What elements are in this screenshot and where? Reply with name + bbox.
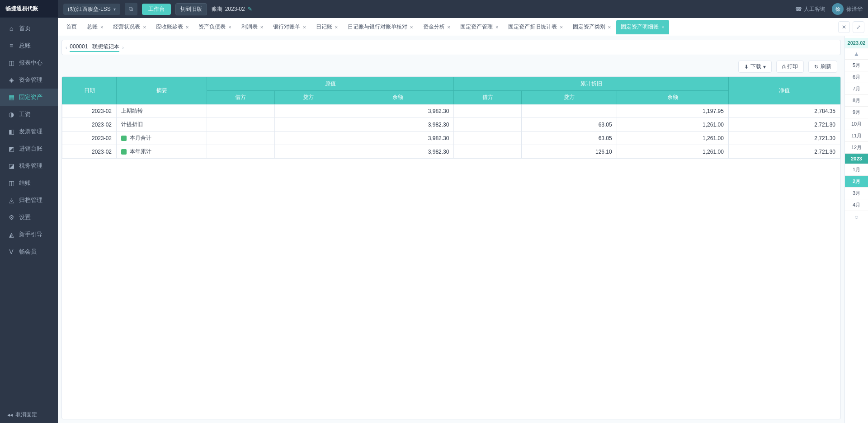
period-edit-icon[interactable]: ✎: [248, 6, 252, 12]
date-nav-month-5[interactable]: 5月: [845, 60, 868, 71]
assets-icon: ▦: [7, 94, 15, 101]
sidebar-item-archive[interactable]: ◬ 归档管理: [0, 192, 58, 209]
tab-asset-mgmt-close-icon[interactable]: ×: [495, 24, 498, 30]
tab-fund-analysis[interactable]: 资金分析 ×: [419, 20, 455, 34]
period-value: 2023-02: [225, 6, 245, 12]
company-selector[interactable]: (劝)江西服垒-LSS ▾: [63, 4, 120, 15]
tab-bar: 首页 总账 × 经营状况表 × 应收账龄表 × 资产负债表 × 利润表 × 银行…: [58, 18, 868, 36]
tab-ledger[interactable]: 总账 ×: [82, 20, 108, 34]
tab-receivable[interactable]: 应收账龄表 ×: [151, 20, 193, 34]
tab-receivable-close-icon[interactable]: ×: [186, 24, 189, 30]
sidebar-item-guide[interactable]: ◭ 新手引导: [0, 226, 58, 243]
sidebar-item-assets[interactable]: ▦ 固定资产: [0, 89, 58, 106]
tab-biz-status[interactable]: 经营状况表 ×: [108, 20, 150, 34]
cell-depr-balance-0: 1,197.95: [617, 104, 728, 118]
user-name: 徐泽华: [846, 5, 863, 13]
switch-old-button[interactable]: 切到旧版: [175, 3, 207, 15]
tab-balance[interactable]: 资产负债表 ×: [194, 20, 236, 34]
col-header-depr-debit: 借方: [454, 91, 522, 104]
tab-profit[interactable]: 利润表 ×: [237, 20, 268, 34]
tab-biz-close-icon[interactable]: ×: [143, 24, 146, 30]
sidebar-item-sales[interactable]: ◩ 进销台账: [0, 140, 58, 157]
tab-asset-detail[interactable]: 固定资产明细账 ×: [616, 20, 669, 34]
date-nav-month-7[interactable]: 7月: [845, 83, 868, 95]
date-nav-month-2-active[interactable]: 2月: [845, 176, 868, 188]
date-nav-up-btn[interactable]: ▲: [845, 48, 868, 60]
date-nav-month-1[interactable]: 1月: [845, 164, 868, 176]
download-button[interactable]: ⬇ 下载 ▾: [738, 61, 772, 73]
tab-close-all-icon[interactable]: ✕: [838, 21, 850, 33]
tab-ledger-close-icon[interactable]: ×: [100, 24, 103, 30]
sidebar-label-vip: 畅会员: [19, 248, 37, 256]
service-btn[interactable]: ☎ 人工客询: [795, 5, 826, 13]
tab-maximize-icon[interactable]: ⤢: [853, 21, 864, 33]
sidebar-item-vip[interactable]: V 畅会员: [0, 243, 58, 260]
date-nav-month-12[interactable]: 12月: [845, 142, 868, 154]
cell-depr-balance-2: 1,261.00: [617, 132, 728, 145]
tab-balance-close-icon[interactable]: ×: [228, 24, 231, 30]
cell-orig-balance-0: 3,982.30: [342, 104, 454, 118]
work-center-button[interactable]: 工作台: [142, 4, 171, 15]
tab-journal-bank-close-icon[interactable]: ×: [410, 24, 413, 30]
breadcrumb-forward-icon[interactable]: ›: [122, 45, 123, 50]
sidebar-nav: ⌂ 首页 ≡ 总账 ◫ 报表中心 ◈ 资金管理 ▦ 固定资产 ◑ 工资 ◧ 发票…: [0, 18, 58, 406]
date-nav-month-4[interactable]: 4月: [845, 199, 868, 211]
tab-asset-type[interactable]: 固定资产类别 ×: [568, 20, 615, 34]
tab-fund-analysis-close-icon[interactable]: ×: [448, 24, 450, 30]
date-nav-month-9[interactable]: 9月: [845, 107, 868, 118]
copy-icon-btn[interactable]: ⧉: [125, 3, 137, 15]
sidebar-item-settings[interactable]: ⚙ 设置: [0, 209, 58, 226]
sidebar-label-reports: 报表中心: [19, 59, 42, 67]
date-nav-month-8[interactable]: 8月: [845, 95, 868, 107]
user-menu[interactable]: 徐 徐泽华: [832, 3, 863, 15]
tab-asset-mgmt[interactable]: 固定资产管理 ×: [456, 20, 503, 34]
service-label: 人工客询: [804, 5, 826, 13]
sidebar-item-fund[interactable]: ◈ 资金管理: [0, 71, 58, 89]
tab-bank-stmt[interactable]: 银行对账单 ×: [269, 20, 310, 34]
sidebar-label-salary: 工资: [19, 110, 31, 118]
date-nav-month-6[interactable]: 6月: [845, 71, 868, 83]
refresh-button[interactable]: ↻ 刷新: [808, 61, 837, 73]
sidebar-pin-btn[interactable]: ◂◂ 取消固定: [0, 406, 58, 423]
cell-desc-1: 计提折旧: [117, 118, 207, 132]
invoice-icon: ◧: [7, 128, 15, 135]
breadcrumb-back-icon[interactable]: ‹: [66, 45, 67, 50]
table-row: 2023-02 本月合计 3,982.30 63.05 1,261.00 2,7…: [62, 132, 840, 145]
date-nav-top-period[interactable]: 2023.02: [845, 38, 868, 48]
tab-asset-detail-close-icon[interactable]: ×: [661, 24, 664, 30]
date-nav-month-11[interactable]: 11月: [845, 130, 868, 142]
tab-journal-close-icon[interactable]: ×: [335, 24, 338, 30]
tab-bank-stmt-close-icon[interactable]: ×: [303, 24, 306, 30]
tab-asset-type-close-icon[interactable]: ×: [608, 24, 611, 30]
sidebar-item-ledger[interactable]: ≡ 总账: [0, 37, 58, 54]
tab-profit-close-icon[interactable]: ×: [260, 24, 263, 30]
sidebar-item-home[interactable]: ⌂ 首页: [0, 20, 58, 37]
download-icon: ⬇: [744, 64, 749, 70]
cell-depr-balance-3: 1,261.00: [617, 145, 728, 159]
cell-orig-credit-2: [274, 132, 342, 145]
sidebar-item-close[interactable]: ◫ 结账: [0, 174, 58, 192]
date-nav-circle-btn[interactable]: ○: [845, 211, 868, 223]
sidebar-item-tax[interactable]: ◪ 税务管理: [0, 157, 58, 174]
badge-green-icon: [121, 136, 127, 141]
tab-journal[interactable]: 日记账 ×: [311, 20, 342, 34]
sidebar-item-invoice[interactable]: ◧ 发票管理: [0, 123, 58, 140]
tab-asset-type-label: 固定资产类别: [573, 23, 605, 31]
tab-home[interactable]: 首页: [61, 20, 81, 34]
tab-journal-bank[interactable]: 日记账与银行对账单核对 ×: [343, 20, 417, 34]
print-button[interactable]: ⎙ 打印: [776, 61, 804, 73]
cell-depr-debit-2: [454, 132, 522, 145]
col-header-net-value: 净值: [728, 77, 840, 104]
breadcrumb-asset: 000001 联想笔记本: [70, 43, 119, 52]
sidebar-item-reports[interactable]: ◫ 报表中心: [0, 54, 58, 71]
tab-asset-depr[interactable]: 固定资产折旧统计表 ×: [504, 20, 567, 34]
sidebar-item-salary[interactable]: ◑ 工资: [0, 106, 58, 123]
cell-date-2: 2023-02: [62, 132, 117, 145]
date-nav-top-period-label: 2023.02: [848, 40, 866, 46]
sidebar-label-tax: 税务管理: [19, 162, 42, 170]
fund-icon: ◈: [7, 76, 15, 84]
date-nav-month-10[interactable]: 10月: [845, 118, 868, 130]
tab-asset-depr-close-icon[interactable]: ×: [560, 24, 562, 30]
date-nav-month-3[interactable]: 3月: [845, 188, 868, 199]
cell-net-value-2: 2,721.30: [728, 132, 840, 145]
